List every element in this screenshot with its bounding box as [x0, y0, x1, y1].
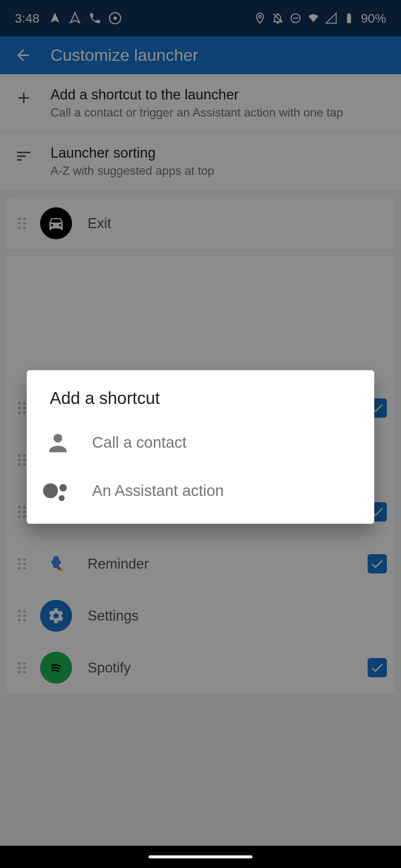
add-shortcut-dialog: Add a shortcut Call a contact An Assista… — [27, 370, 374, 524]
dialog-option-label: Call a contact — [92, 434, 186, 451]
dialog-option-call-contact[interactable]: Call a contact — [27, 418, 374, 467]
svg-point-17 — [59, 484, 67, 491]
svg-point-16 — [43, 483, 58, 498]
dialog-option-label: An Assistant action — [92, 482, 224, 500]
assistant-icon — [43, 476, 73, 506]
svg-point-18 — [59, 495, 65, 501]
person-icon — [43, 428, 73, 457]
dialog-option-assistant-action[interactable]: An Assistant action — [27, 467, 374, 515]
dialog-title: Add a shortcut — [27, 388, 374, 418]
home-indicator[interactable] — [149, 855, 252, 858]
navigation-bar — [0, 846, 401, 868]
svg-point-15 — [53, 434, 62, 443]
